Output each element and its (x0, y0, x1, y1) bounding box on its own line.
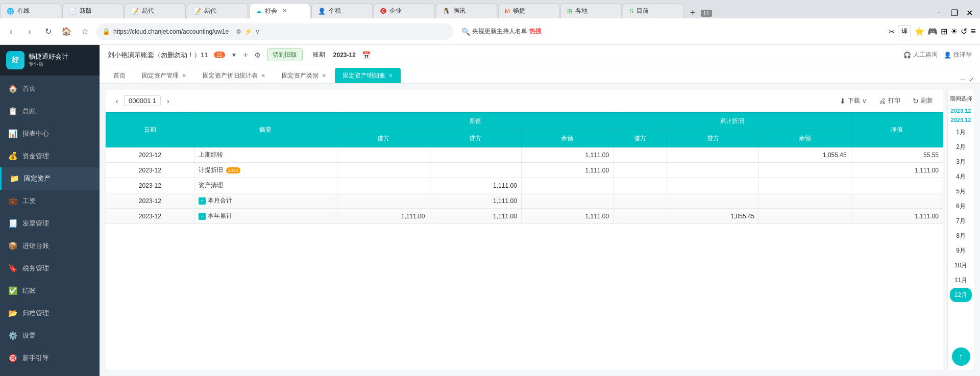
reload-btn[interactable]: ↻ (41, 24, 55, 39)
cell-orig-debit (337, 163, 429, 178)
cell-summary: 资产清理 (194, 178, 337, 193)
browser-tab-t5[interactable]: ☁ 好会 ✕ (249, 3, 310, 18)
browser-tab-t1[interactable]: 🌐 在线 (0, 3, 61, 18)
browser-tab-t10[interactable]: ⊞ 各地 (560, 3, 622, 18)
search-hint[interactable]: 央视更新主持人名单 (472, 27, 527, 36)
sidebar-item-settings[interactable]: ⚙️ 设置 (0, 324, 100, 347)
dropdown-icon[interactable]: ∨ (255, 28, 260, 35)
download-btn[interactable]: ⬇ 下载 ∨ (836, 94, 871, 107)
sidebar-item-reports[interactable]: 📊 报表中心 (0, 122, 100, 145)
game-btn[interactable]: 🎮 (927, 27, 938, 36)
home-nav-btn[interactable]: 🏠 (59, 24, 74, 39)
sidebar-item-close[interactable]: ✅ 结账 (0, 280, 100, 302)
tab-close-depreciation[interactable]: ✕ (261, 72, 265, 79)
period-label: 账期 (313, 51, 325, 59)
header-original-value: 原值 (337, 113, 614, 130)
browser-tab-t4[interactable]: 📝 易代 (187, 3, 248, 18)
sidebar-item-fixed[interactable]: 📁 固定资产 (0, 167, 100, 190)
next-btn[interactable]: › (163, 96, 173, 106)
sidebar-item-salary[interactable]: 💼 工资 (0, 190, 100, 212)
calendar-icon[interactable]: 📅 (362, 51, 371, 59)
tab-depreciation[interactable]: 固定资产折旧统计表 ✕ (195, 68, 273, 83)
logo-sub: 专业版 (29, 61, 68, 68)
account-name: 刘小艳演示账套（勿删勿动！）11 (108, 51, 208, 60)
dropdown-arrow[interactable]: ▼ (231, 52, 237, 59)
cell-orig-credit (429, 163, 521, 178)
refresh-btn[interactable]: ↻ 刷新 (909, 94, 937, 107)
minimize-page-btn[interactable]: ─ (960, 76, 965, 83)
browser-tab-t7[interactable]: 🅒 企业 (374, 3, 435, 18)
undo-btn[interactable]: ↺ (961, 27, 967, 36)
sidebar-item-guide[interactable]: 🎯 新手引导 (0, 347, 100, 369)
sidebar-item-inout[interactable]: 📦 进销台账 (0, 235, 100, 257)
month-item[interactable]: 10月 (950, 258, 972, 272)
add-account-btn[interactable]: + (243, 51, 248, 60)
account-number[interactable]: 000001 1 (124, 95, 161, 106)
prev-btn[interactable]: ‹ (112, 96, 122, 106)
translate-btn[interactable]: 译 (898, 26, 911, 37)
tab-close-detail[interactable]: ✕ (388, 72, 393, 79)
month-item[interactable]: 3月 (950, 155, 972, 169)
cell-dep-balance (759, 163, 851, 178)
expand-page-btn[interactable]: ⤢ (969, 76, 974, 83)
grid-btn[interactable]: ⊞ (941, 27, 947, 36)
tab-close-fixed-mgmt[interactable]: ✕ (182, 72, 186, 79)
bookmark-btn[interactable]: ☆ (78, 24, 92, 39)
maximize-btn[interactable]: ❐ (948, 8, 961, 18)
switch-version-btn[interactable]: 切到旧版 (267, 48, 303, 61)
refresh-icon: ↻ (913, 97, 919, 105)
month-item[interactable]: 9月 (950, 243, 972, 258)
sidebar-item-archive[interactable]: 📂 归档管理 (0, 302, 100, 324)
sun-btn[interactable]: ☀ (950, 27, 958, 36)
scissors-icon[interactable]: ✂ (889, 28, 895, 36)
month-item[interactable]: 7月 (950, 214, 972, 228)
cell-net-value: 55.55 (851, 147, 943, 163)
address-bar[interactable]: 🔒 https://cloud.chanjet.com/accounting/u… (96, 23, 453, 40)
sidebar-label-home: 首页 (22, 84, 36, 93)
inout-icon: 📦 (8, 241, 17, 250)
month-item[interactable]: 5月 (950, 184, 972, 198)
new-tab-btn[interactable]: + (687, 8, 699, 18)
month-item[interactable]: 1月 (950, 125, 972, 139)
service-btn[interactable]: 🎧 人工咨询 (903, 51, 938, 59)
sidebar-item-home[interactable]: 🏠 首页 (0, 78, 100, 100)
settings-account-btn[interactable]: ⚙ (254, 51, 261, 59)
minimize-btn[interactable]: － (932, 8, 946, 18)
refresh-label: 刷新 (921, 96, 933, 105)
browser-tab-t3[interactable]: 📝 易代 (125, 3, 186, 18)
back-btn[interactable]: ‹ (4, 24, 18, 39)
cell-dep-credit (667, 178, 758, 193)
tab-detail[interactable]: 固定资产明细账 ✕ (335, 68, 401, 83)
user-btn[interactable]: 👤 徐译华 (944, 51, 972, 59)
sidebar-label-fixed: 固定资产 (24, 174, 51, 183)
month-item[interactable]: 11月 (950, 273, 972, 287)
tab-fixed-mgmt[interactable]: 固定资产管理 ✕ (134, 68, 194, 83)
print-btn[interactable]: 🖨 打印 (875, 94, 904, 107)
header-orig-credit: 贷方 (429, 130, 521, 147)
tab-home[interactable]: 首页 (106, 68, 133, 83)
browser-tab-t6[interactable]: 👤 个税 (311, 3, 373, 18)
browser-tab-t8[interactable]: 🐧 腾讯 (436, 3, 497, 18)
month-item[interactable]: 6月 (950, 199, 972, 213)
browser-tab-t9[interactable]: M 畅捷 (498, 3, 559, 18)
scroll-top-btn[interactable]: ↑ (952, 347, 970, 366)
star-btn[interactable]: ⭐ (914, 27, 924, 36)
sidebar-item-ledger[interactable]: 📋 总账 (0, 100, 100, 122)
sidebar-item-tax[interactable]: 🔖 税务管理 (0, 257, 100, 280)
month-item[interactable]: 4月 (950, 169, 972, 184)
more-btn[interactable]: ≡ (970, 26, 976, 37)
month-item[interactable]: 12月 (950, 288, 972, 302)
month-item[interactable]: 8月 (950, 229, 972, 243)
browser-tab-t2[interactable]: 📄 新版 (62, 3, 124, 18)
forward-btn[interactable]: › (22, 24, 37, 39)
close-btn[interactable]: ✕ (963, 8, 976, 18)
month-item[interactable]: 2月 (950, 140, 972, 154)
browser-tab-t11[interactable]: S 目前 (623, 3, 684, 18)
sidebar-item-funds[interactable]: 💰 资金管理 (0, 145, 100, 167)
cell-dep-credit (667, 163, 758, 178)
hot-search-label[interactable]: 热搜 (529, 27, 542, 36)
tab-category[interactable]: 固定资产类别 ✕ (274, 68, 334, 83)
sidebar-item-invoice[interactable]: 🧾 发票管理 (0, 212, 100, 235)
tab-close-t5[interactable]: ✕ (282, 8, 287, 14)
tab-close-category[interactable]: ✕ (322, 72, 326, 79)
